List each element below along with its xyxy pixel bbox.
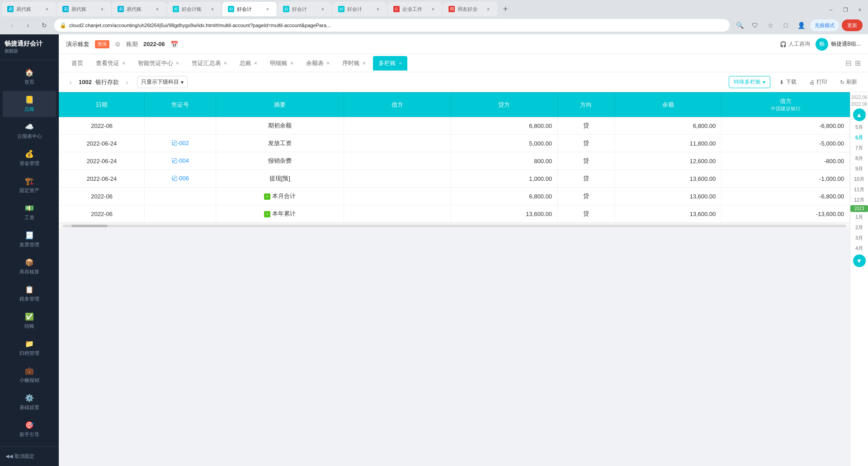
cell-credit: 1,000.00 bbox=[451, 170, 557, 188]
sidebar-item-payroll[interactable]: 💵 工资 bbox=[3, 199, 56, 226]
cell-voucher[interactable]: 记-006 bbox=[145, 170, 216, 188]
sidebar-item-ledger[interactable]: 📒 总账 bbox=[3, 91, 56, 117]
print-button[interactable]: 🖨 打印 bbox=[806, 76, 831, 88]
tab-close-5[interactable]: × bbox=[264, 5, 271, 13]
browser-tab-6[interactable]: 好 好会计 × bbox=[278, 2, 332, 16]
sidebar-item-settings[interactable]: ⚙️ 基础设置 bbox=[3, 389, 56, 415]
user-info[interactable]: 畅 畅捷通B组... bbox=[816, 38, 861, 51]
sidebar-item-expense[interactable]: 💼 小畅报销 bbox=[3, 362, 56, 388]
tab-balance[interactable]: 余额表 × bbox=[301, 56, 335, 71]
horizontal-scrollbar[interactable] bbox=[59, 223, 850, 228]
timeline-july[interactable]: 7月 bbox=[850, 143, 868, 153]
sidebar-item-inventory[interactable]: 📦 库存核算 bbox=[3, 254, 56, 280]
tab-close-7[interactable]: × bbox=[374, 5, 382, 13]
tab-controls: − ❐ × bbox=[825, 4, 866, 16]
tab-voucher[interactable]: 查看凭证 × bbox=[90, 56, 131, 71]
collapse-button[interactable]: ◀◀ 取消固定 bbox=[3, 450, 56, 462]
sidebar-item-funds[interactable]: 💰 资金管理 bbox=[3, 145, 56, 171]
account-circle-icon[interactable]: 👤 bbox=[795, 19, 807, 32]
tab-close-1[interactable]: × bbox=[43, 5, 51, 13]
sidebar-item-close[interactable]: ✅ 结账 bbox=[3, 308, 56, 334]
tab-favicon-6: 好 bbox=[283, 6, 289, 12]
timeline-october[interactable]: 10月 bbox=[850, 174, 868, 184]
close-window-button[interactable]: × bbox=[854, 4, 866, 16]
scrollbar-thumb[interactable] bbox=[71, 225, 108, 227]
filter-dropdown[interactable]: 只显示下级科目 ▾ bbox=[137, 76, 188, 88]
cell-voucher[interactable]: 记-004 bbox=[145, 152, 216, 170]
sidebar-item-guide[interactable]: 🎯 新手引导 bbox=[3, 416, 56, 442]
browser-tab-5[interactable]: 好 好会计 × bbox=[222, 2, 277, 16]
settings-gear-icon[interactable]: ⚙ bbox=[115, 41, 121, 48]
browser-tab-8[interactable]: C 企业工作 × bbox=[388, 2, 442, 16]
tab-smart-voucher[interactable]: 智能凭证中心 × bbox=[132, 56, 184, 71]
tab-detail-ledger-close[interactable]: × bbox=[290, 60, 293, 66]
tab-close-2[interactable]: × bbox=[99, 5, 106, 13]
special-multi-button[interactable]: 特殊多栏账 ▾ bbox=[729, 76, 770, 88]
timeline-november[interactable]: 11月 bbox=[850, 184, 868, 195]
tab-journal[interactable]: 序时账 × bbox=[337, 56, 371, 71]
consult-button[interactable]: 🎧 人工咨询 bbox=[780, 40, 810, 48]
tab-close-4[interactable]: × bbox=[209, 5, 216, 13]
timeline-may[interactable]: 5月 bbox=[850, 122, 868, 132]
extension-button[interactable]: □ bbox=[779, 19, 792, 32]
tab-close-9[interactable]: × bbox=[485, 5, 492, 13]
tab-detail-ledger[interactable]: 明细账 × bbox=[264, 56, 299, 71]
back-button[interactable]: ‹ bbox=[5, 19, 18, 32]
timeline-december[interactable]: 12月 bbox=[850, 195, 868, 205]
tab-general-ledger-close[interactable]: × bbox=[254, 60, 257, 66]
tab-general-ledger[interactable]: 总账 × bbox=[234, 56, 263, 71]
timeline-apr[interactable]: 4月 bbox=[850, 243, 868, 254]
tab-close-8[interactable]: × bbox=[429, 5, 437, 13]
tab-voucher-summary[interactable]: 凭证汇总表 × bbox=[186, 56, 232, 71]
timeline-mar[interactable]: 3月 bbox=[850, 233, 868, 243]
search-browser-button[interactable]: 🔍 bbox=[733, 19, 746, 32]
browser-tab-2[interactable]: 易 易代账 × bbox=[57, 2, 111, 16]
timeline-up-button[interactable]: ▲ bbox=[853, 108, 866, 121]
tab-close-3[interactable]: × bbox=[154, 5, 161, 13]
refresh-browser-button[interactable]: ↻ bbox=[38, 19, 51, 32]
timeline-august[interactable]: 8月 bbox=[850, 153, 868, 164]
sidebar-item-assets[interactable]: 🏗️ 固定资产 bbox=[3, 172, 56, 198]
tab-smart-voucher-close[interactable]: × bbox=[176, 60, 179, 66]
star-button[interactable]: ☆ bbox=[764, 19, 777, 32]
timeline-down-button[interactable]: ▼ bbox=[853, 254, 866, 267]
calendar-icon[interactable]: 📅 bbox=[170, 41, 178, 48]
tab-voucher-summary-close[interactable]: × bbox=[224, 60, 227, 66]
url-bar[interactable]: 🔒 cloud2.chanjet.com/accounting/uh26t264… bbox=[54, 19, 730, 32]
refresh-button[interactable]: ↻ 刷新 bbox=[836, 76, 861, 88]
collapse-tabs-icon[interactable]: ⊟ bbox=[845, 59, 851, 67]
browser-tab-7[interactable]: 好 好会计 × bbox=[333, 2, 387, 16]
sidebar-item-archive[interactable]: 📁 归档管理 bbox=[3, 335, 56, 361]
timeline-jan[interactable]: 1月 bbox=[850, 212, 868, 222]
sidebar-item-home[interactable]: 🏠 首页 bbox=[3, 64, 56, 90]
restore-button[interactable]: ❐ bbox=[839, 4, 852, 16]
download-button[interactable]: ⬇ 下载 bbox=[776, 76, 800, 88]
timeline-feb[interactable]: 2月 bbox=[850, 222, 868, 233]
browser-tab-3[interactable]: 易 易代账 × bbox=[112, 2, 166, 16]
tab-close-6[interactable]: × bbox=[319, 5, 326, 13]
tab-voucher-close[interactable]: × bbox=[122, 60, 125, 66]
timeline-june[interactable]: 6月 bbox=[850, 132, 868, 143]
browser-tab-9[interactable]: 用 用友好业 × bbox=[443, 2, 497, 16]
forward-button[interactable]: › bbox=[22, 19, 34, 32]
next-account-button[interactable]: › bbox=[123, 78, 132, 87]
tab-journal-close[interactable]: × bbox=[363, 60, 366, 66]
timeline-september[interactable]: 9月 bbox=[850, 164, 868, 174]
sidebar-item-invoice[interactable]: 🧾 发票管理 bbox=[3, 226, 56, 253]
tab-multi-column[interactable]: 多栏账 × bbox=[373, 56, 407, 71]
cell-voucher[interactable]: 记-002 bbox=[145, 135, 216, 152]
sidebar-item-tax[interactable]: 📋 税务管理 bbox=[3, 281, 56, 307]
wuhen-button[interactable]: 无痕模式 bbox=[810, 19, 839, 31]
shield-icon[interactable]: 🛡 bbox=[749, 19, 761, 32]
browser-tab-4[interactable]: 好 好会计账 × bbox=[167, 2, 222, 16]
tab-balance-close[interactable]: × bbox=[326, 60, 330, 66]
sidebar-item-report[interactable]: ☁️ 云报表中心 bbox=[3, 118, 56, 144]
new-tab-button[interactable]: + bbox=[498, 2, 513, 16]
tab-multi-column-close[interactable]: × bbox=[399, 60, 402, 66]
expand-tabs-icon[interactable]: ⊞ bbox=[855, 59, 861, 67]
tab-home[interactable]: 首页 bbox=[66, 56, 89, 71]
minimize-button[interactable]: − bbox=[825, 4, 837, 16]
browser-tab-1[interactable]: 易 易代账 × bbox=[2, 2, 56, 16]
update-button[interactable]: 更新 bbox=[842, 19, 863, 31]
prev-account-button[interactable]: ‹ bbox=[66, 78, 75, 87]
